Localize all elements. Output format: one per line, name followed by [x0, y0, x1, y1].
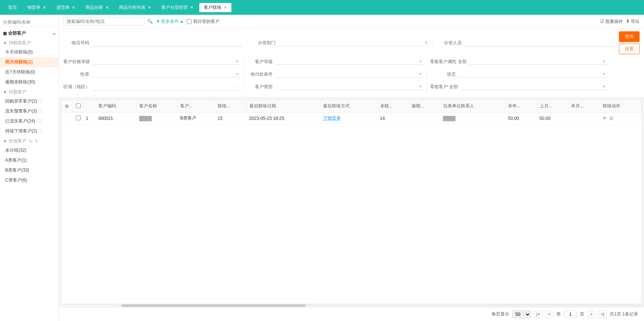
- my-customer-checkbox-label[interactable]: 我分管的客户: [187, 18, 220, 25]
- th-last-month[interactable]: 上月...: [537, 100, 569, 113]
- scrollbar-thumb[interactable]: [122, 304, 306, 307]
- customer-type-select[interactable]: ▼: [275, 83, 424, 90]
- collapse-icon[interactable]: «: [53, 31, 56, 37]
- chevron-down-icon: ▼: [419, 59, 422, 63]
- sidebar-item-7day-contact[interactable]: 近7天待联络(0): [0, 67, 59, 77]
- customer-level-label: 客户等级: [247, 59, 273, 65]
- customer-level-select[interactable]: ▼: [275, 58, 424, 65]
- filter-search-icon[interactable]: 🔍: [147, 19, 153, 24]
- td-this-month: [569, 113, 601, 124]
- td-last-month: 50.00: [537, 113, 569, 124]
- page-prefix-label: 第: [556, 311, 561, 317]
- batch-operation-button[interactable]: ☑ 批量操作: [600, 18, 623, 25]
- td-related-person: ████: [441, 113, 505, 124]
- status-label: 状态: [430, 71, 456, 77]
- close-icon[interactable]: ✕: [190, 5, 193, 10]
- close-icon[interactable]: ✕: [72, 5, 75, 10]
- page-number-input[interactable]: [564, 311, 577, 318]
- grid-icon: ▦: [3, 31, 7, 36]
- nav-sales-order[interactable]: 销货单 ✕: [23, 3, 50, 12]
- export-button[interactable]: ⬆ 导出: [626, 18, 640, 25]
- nav-product-analysis[interactable]: 商品分析 ✕: [81, 3, 113, 12]
- nav-customer-contact[interactable]: 客户联络 ✕: [199, 3, 231, 12]
- first-page-button[interactable]: |<: [534, 311, 543, 318]
- th-last-contact-date[interactable]: 最后联络日期: [247, 100, 321, 113]
- close-icon[interactable]: ✕: [105, 5, 109, 10]
- region-select[interactable]: ···: [92, 83, 241, 91]
- th-related-person[interactable]: 往来单位联系人: [441, 100, 505, 113]
- nature-select[interactable]: ▼: [91, 71, 241, 77]
- last-page-button[interactable]: >|: [598, 311, 607, 318]
- edit-icon[interactable]: ✎: [35, 139, 38, 144]
- th-customer-type[interactable]: 客户...: [178, 100, 216, 113]
- th-uncontacted[interactable]: 未联...: [378, 100, 409, 113]
- horizontal-scrollbar[interactable]: [59, 304, 644, 307]
- nav-product-analysis-list[interactable]: 商品分析列表 ✕: [115, 3, 155, 12]
- th-customer-name[interactable]: 客户名称: [137, 100, 178, 113]
- phone-input[interactable]: [91, 39, 244, 47]
- sidebar-item-type-a[interactable]: A类客户(1): [0, 155, 59, 165]
- filter-panel: 电话号码 分管部门 ▼ 分管人员 ···: [59, 28, 644, 97]
- manager-select[interactable]: ···: [464, 39, 616, 47]
- chevron-down-icon: ▼: [424, 41, 428, 45]
- th-this-month[interactable]: 本月...: [569, 100, 601, 113]
- sidebar-item-today-contact[interactable]: 今天待联络(0): [0, 47, 59, 57]
- row-checkbox[interactable]: [76, 115, 81, 120]
- grid-icon[interactable]: ⊞: [609, 115, 613, 121]
- prev-page-button[interactable]: <: [546, 311, 553, 318]
- sidebar-search-input[interactable]: [3, 20, 58, 25]
- close-icon[interactable]: ✕: [43, 5, 46, 10]
- filter-bar: 🔍 ▼ 更多条件 ▲ 我分管的客户 ☑ 批量操作 ⬆ 导出: [59, 15, 644, 28]
- price-level-select[interactable]: ▼: [92, 58, 241, 65]
- sidebar-group-value: ▼ 价值客户 ↻ ✎: [0, 136, 59, 145]
- sidebar-item-type-c[interactable]: C类客户(6): [0, 175, 59, 185]
- nav-purchase-order[interactable]: 进货单 ✕: [52, 3, 80, 12]
- total-records-label: 共1页 1条记录: [610, 311, 638, 317]
- dept-select[interactable]: ▼: [278, 39, 430, 46]
- nav-customer-segmentation[interactable]: 客户分层经营 ✕: [157, 3, 198, 12]
- sidebar-item-type-b[interactable]: B类客户(33): [0, 165, 59, 175]
- refresh-icon[interactable]: ↻: [29, 139, 32, 144]
- sidebar-item-tomorrow-contact[interactable]: 明天待联络(1): [0, 57, 59, 67]
- sidebar-all-customers[interactable]: ▦ 全部客户 «: [0, 29, 59, 38]
- filter-search-input[interactable]: [63, 17, 144, 26]
- per-page-select[interactable]: 50 20 100: [512, 310, 531, 318]
- info-icon: ⓘ: [38, 108, 43, 114]
- sidebar-item-churned[interactable]: 已流失客户(24) ⓘ: [0, 116, 59, 126]
- select-all-checkbox[interactable]: [76, 103, 81, 108]
- close-icon[interactable]: ✕: [224, 5, 227, 10]
- filter-field-nature: 性质 ▼: [63, 71, 241, 77]
- th-customer-code[interactable]: 客户编码: [96, 100, 137, 113]
- td-customer-code: 000021: [96, 113, 137, 124]
- next-page-button[interactable]: >: [587, 311, 595, 318]
- sidebar-item-ungrouped[interactable]: 未分组(32): [0, 145, 59, 155]
- sidebar-item-declining[interactable]: 持续下滑客户(2) ⓘ: [0, 126, 59, 136]
- close-icon[interactable]: ✕: [148, 5, 151, 10]
- status-select[interactable]: ▼: [458, 71, 607, 77]
- td-checkbox[interactable]: [73, 113, 84, 124]
- sidebar-item-overdue-contact[interactable]: 逾期未联络(30): [0, 77, 59, 87]
- retail-attr-select[interactable]: ▼: [469, 58, 607, 65]
- sidebar-item-churn-warning[interactable]: 流失预警客户(3) ⓘ: [0, 106, 59, 116]
- th-contact-count[interactable]: 联络...: [216, 100, 247, 113]
- nav-home[interactable]: 首页: [4, 3, 21, 12]
- my-customer-checkbox[interactable]: [187, 19, 192, 24]
- retail-customer-select[interactable]: ▼: [460, 83, 607, 90]
- th-checkbox[interactable]: [73, 100, 84, 113]
- divider: [427, 82, 427, 92]
- th-gear[interactable]: ⚙: [62, 100, 73, 113]
- more-filter-button[interactable]: ▼ 更多条件 ▲: [156, 18, 184, 25]
- th-overdue[interactable]: 逾期...: [409, 100, 441, 113]
- chevron-down-icon: ▼: [419, 84, 422, 89]
- payment-select[interactable]: ▼: [275, 71, 424, 77]
- th-action: 联络动作: [600, 100, 641, 113]
- th-this-year[interactable]: 本年...: [506, 100, 538, 113]
- filter-field-price-level: 客户价格等级 ▼: [63, 58, 241, 65]
- query-button[interactable]: 查询: [619, 31, 640, 42]
- eye-icon[interactable]: 👁: [602, 115, 607, 121]
- td-last-contact-method[interactable]: 下销货单: [321, 113, 378, 124]
- th-last-contact-method[interactable]: 最后联络方式: [321, 100, 378, 113]
- settings-button[interactable]: 设置: [619, 44, 640, 54]
- chevron-down-icon: ▼: [235, 59, 239, 63]
- sidebar-item-abnormal-purchase[interactable]: 回购异常客户(2) ⓘ: [0, 96, 59, 106]
